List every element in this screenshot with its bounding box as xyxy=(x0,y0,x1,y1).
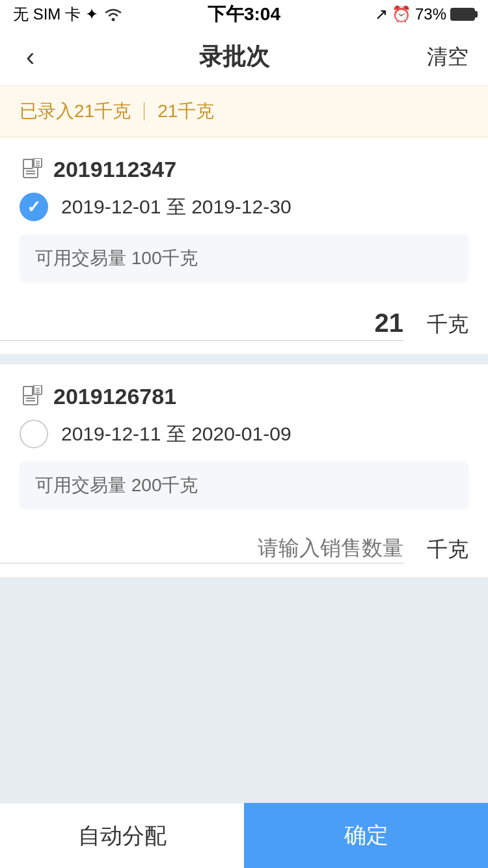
page-title: 录批次 xyxy=(199,41,269,73)
batch-2-input-wrap[interactable] xyxy=(0,536,403,563)
battery-icon xyxy=(450,8,475,21)
batch-2-date: 2019-12-11 至 2020-01-09 xyxy=(61,421,291,448)
batch-2-date-row[interactable]: 2019-12-11 至 2020-01-09 xyxy=(20,420,468,448)
batch-1-quantity-row: 千克 xyxy=(0,295,488,354)
nav-bar: ‹ 录批次 清空 xyxy=(0,29,488,86)
batch-2-quantity-row: 千克 xyxy=(0,522,488,577)
status-bar: 无 SIM 卡 ✦ 下午3:04 ↗ ⏰ 73% xyxy=(0,0,488,29)
bottom-bar: 自动分配 确定 xyxy=(0,803,488,868)
batch-1-date: 2019-12-01 至 2019-12-30 xyxy=(61,194,291,221)
clear-button[interactable]: 清空 xyxy=(427,43,468,72)
batch-1-icon xyxy=(20,158,46,182)
svg-point-0 xyxy=(111,18,115,21)
batch-1-date-row[interactable]: 2019-12-01 至 2019-12-30 xyxy=(20,193,468,221)
summary-divider xyxy=(144,102,144,120)
svg-rect-13 xyxy=(34,385,42,394)
batch-2-quantity-input[interactable] xyxy=(0,536,403,560)
batch-2-id: 2019126781 xyxy=(53,384,176,409)
svg-rect-5 xyxy=(34,158,42,167)
status-right: ↗ ⏰ 73% xyxy=(375,5,475,23)
svg-rect-10 xyxy=(23,387,33,396)
recorded-label: 已录入21千克 xyxy=(20,99,131,124)
confirm-button[interactable]: 确定 xyxy=(244,803,488,868)
batch-1-id: 2019112347 xyxy=(53,157,176,182)
batch-1-unit: 千克 xyxy=(427,310,468,339)
batch-2-radio[interactable] xyxy=(20,420,48,448)
batch-1-card: 2019112347 2019-12-01 至 2019-12-30 可用交易量… xyxy=(0,137,488,295)
total-label: 21千克 xyxy=(157,99,214,124)
sim-label: 无 SIM 卡 ✦ xyxy=(13,4,98,25)
batch-2-unit: 千克 xyxy=(427,536,468,564)
batch-1-available: 可用交易量 100千克 xyxy=(20,234,468,282)
section-divider-1 xyxy=(0,354,488,364)
batch-2-available: 可用交易量 200千克 xyxy=(20,461,468,509)
batch-1-radio[interactable] xyxy=(20,193,48,221)
batch-1-quantity-container[interactable] xyxy=(0,308,403,341)
status-left: 无 SIM 卡 ✦ xyxy=(13,4,123,25)
auto-distribute-button[interactable]: 自动分配 xyxy=(0,803,244,868)
battery-percent: 73% xyxy=(415,5,446,23)
batch-1-header: 2019112347 xyxy=(20,157,468,182)
back-button[interactable]: ‹ xyxy=(20,36,41,78)
batch-2-card: 2019126781 2019-12-11 至 2020-01-09 可用交易量… xyxy=(0,364,488,522)
batch-2-icon xyxy=(20,385,46,409)
location-icon: ↗ xyxy=(375,5,388,23)
batch-1-quantity-input[interactable] xyxy=(325,308,403,338)
batch-2-header: 2019126781 xyxy=(20,384,468,409)
summary-banner: 已录入21千克 21千克 xyxy=(0,86,488,137)
svg-rect-2 xyxy=(23,159,33,169)
alarm-icon: ⏰ xyxy=(392,5,411,23)
wifi-icon xyxy=(103,7,123,21)
status-time: 下午3:04 xyxy=(208,2,280,27)
